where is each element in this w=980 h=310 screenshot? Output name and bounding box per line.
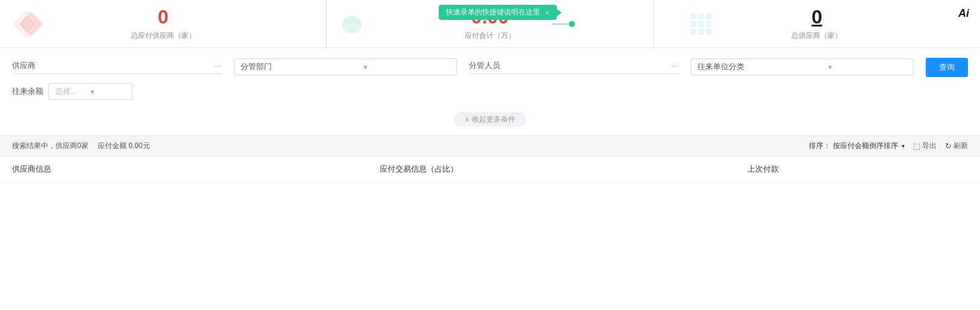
dept-label: 分管部门 <box>240 61 272 72</box>
collapse-button[interactable]: ∧ 收起更多条件 <box>454 112 526 127</box>
svg-point-5 <box>345 29 350 33</box>
unit-class-field[interactable]: 往来单位分类 ▾ <box>691 58 914 75</box>
query-button[interactable]: 查询 <box>926 58 968 77</box>
export-icon: ⬚ <box>913 141 920 150</box>
table-body <box>0 182 980 310</box>
balance-field-row: 往来余额 选择... ▾ <box>12 83 133 104</box>
diamond-bg-icon <box>12 9 42 39</box>
stats-bar: 0 总应付供应商（家） 0.00 应付合计（万） 快速录单的快捷键说明在这里 × <box>0 0 980 48</box>
balance-label: 往来余额 <box>12 86 43 97</box>
stat-payable-count: 0 <box>158 7 169 28</box>
tooltip-close-btn[interactable]: × <box>545 8 550 16</box>
svg-point-7 <box>354 29 359 33</box>
refresh-icon: ↻ <box>945 141 952 150</box>
result-bar: 搜索结果中，供应商0家 应付金额 0.00元 排序： 按应付会额倒序排序 ▾ ⬚… <box>0 136 980 157</box>
person-field: 分管人员 ··· <box>469 60 679 74</box>
stat-payable-amount-label: 应付合计（万） <box>465 31 515 41</box>
refresh-button[interactable]: ↻ 刷新 <box>945 141 968 151</box>
ai-label: Ai <box>958 7 969 20</box>
result-text: 搜索结果中，供应商0家 <box>12 141 89 150</box>
supplier-input[interactable] <box>41 61 215 70</box>
tooltip-line <box>552 23 570 24</box>
stat-payable-count-label: 总应付供应商（家） <box>131 31 196 41</box>
dept-field[interactable]: 分管部门 ▾ <box>234 58 457 75</box>
tooltip-dot <box>569 21 575 27</box>
piggy-icon <box>336 7 371 42</box>
person-input[interactable] <box>505 61 671 70</box>
table-col-transaction-info: 应付交易信息（占比） <box>380 164 747 175</box>
supplier-dots-icon[interactable]: ··· <box>215 61 222 70</box>
unit-class-arrow-icon: ▾ <box>828 63 907 72</box>
search-row-1: 供应商 ··· 分管部门 ▾ 分管人员 ··· 往来单位分类 ▾ 查询 <box>12 57 968 77</box>
table-col-supplier-info: 供应商信息 <box>12 164 380 175</box>
balance-select[interactable]: 选择... ▾ <box>48 83 133 100</box>
balance-placeholder: 选择... <box>55 86 90 97</box>
table-header: 供应商信息 应付交易信息（占比） 上次付款 <box>0 157 980 182</box>
refresh-label: 刷新 <box>953 141 968 151</box>
shortcut-tooltip: 快速录单的快捷键说明在这里 × <box>439 5 557 20</box>
table-area: 供应商信息 应付交易信息（占比） 上次付款 <box>0 157 980 310</box>
collapse-chevron-icon: ∧ <box>465 116 470 123</box>
sort-selector[interactable]: 排序： 按应付会额倒序排序 ▾ <box>809 141 905 151</box>
stat-total-payable-amount: 0.00 应付合计（万） 快速录单的快捷键说明在这里 × <box>327 0 653 48</box>
stat-total-suppliers-count[interactable]: 0 <box>811 7 822 28</box>
search-panel: 供应商 ··· 分管部门 ▾ 分管人员 ··· 往来单位分类 ▾ 查询 往来余额 <box>0 48 980 136</box>
sort-label: 排序： <box>809 141 831 151</box>
sort-arrow-icon: ▾ <box>902 143 905 149</box>
collapse-row: ∧ 收起更多条件 <box>12 110 968 131</box>
stat-total-suppliers-label: 总供应商（家） <box>791 31 842 41</box>
stat-total-suppliers-payable: 0 总应付供应商（家） <box>0 0 327 48</box>
result-summary: 搜索结果中，供应商0家 应付金额 0.00元 <box>12 141 150 151</box>
result-amount: 应付金额 0.00元 <box>98 141 150 150</box>
table-col-last-payment: 上次付款 <box>747 164 968 175</box>
grid-bg-icon <box>690 13 712 35</box>
search-row-2: 往来余额 选择... ▾ <box>12 83 968 104</box>
supplier-field: 供应商 ··· <box>12 60 222 74</box>
supplier-label: 供应商 <box>12 60 36 71</box>
result-bar-right: 排序： 按应付会额倒序排序 ▾ ⬚ 导出 ↻ 刷新 <box>809 141 968 151</box>
dept-arrow-icon: ▾ <box>363 63 450 72</box>
svg-point-6 <box>350 29 354 33</box>
sort-value: 按应付会额倒序排序 <box>833 141 898 151</box>
tooltip-text: 快速录单的快捷键说明在这里 <box>446 7 540 17</box>
collapse-btn-label: 收起更多条件 <box>472 114 515 125</box>
stat-total-suppliers: 0 总供应商（家） Ai <box>654 0 980 48</box>
unit-class-label: 往来单位分类 <box>697 61 744 72</box>
balance-arrow-icon: ▾ <box>90 87 126 96</box>
export-label: 导出 <box>922 141 937 151</box>
person-dots-icon[interactable]: ··· <box>671 61 679 70</box>
export-button[interactable]: ⬚ 导出 <box>913 141 937 151</box>
person-label: 分管人员 <box>469 60 500 71</box>
svg-point-8 <box>359 19 362 21</box>
